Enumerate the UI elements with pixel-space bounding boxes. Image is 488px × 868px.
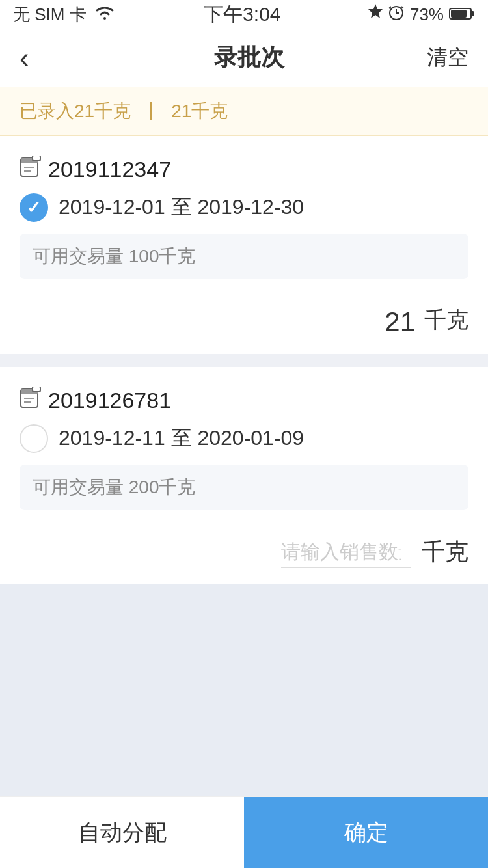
avail-box-2: 可用交易量 200千克	[20, 465, 468, 510]
page-title: 录批次	[214, 42, 284, 74]
batch-date-row-1[interactable]: ✓ 2019-12-01 至 2019-12-30	[20, 193, 468, 222]
batch-card-2: 2019126781 2019-12-11 至 2020-01-09 可用交易量…	[0, 367, 488, 584]
status-bar-left: 无 SIM 卡	[13, 3, 116, 26]
check-icon-1: ✓	[27, 198, 41, 218]
avail-box-1: 可用交易量 100千克	[20, 234, 468, 279]
qty-number-1: 21	[385, 306, 415, 338]
radio-1[interactable]: ✓	[20, 193, 48, 222]
batch-item-2[interactable]: 2019126781 2019-12-11 至 2020-01-09 可用交易量…	[0, 367, 488, 510]
qty-unit-1: 千克	[424, 305, 468, 338]
confirm-button[interactable]: 确定	[244, 797, 488, 868]
wifi-icon	[93, 4, 116, 25]
status-bar: 无 SIM 卡 下午3:04 73%	[0, 0, 488, 29]
svg-line-3	[389, 7, 391, 8]
nav-bar: ‹ 录批次 清空	[0, 29, 488, 87]
battery-icon	[449, 5, 475, 25]
batch-icon-1	[20, 156, 42, 183]
qty-row-2: 千克	[0, 523, 488, 584]
bottom-bar: 自动分配 确定	[0, 796, 488, 868]
qty-input-wrapper-2	[281, 537, 411, 568]
radio-2[interactable]	[20, 424, 48, 453]
clear-button[interactable]: 清空	[427, 44, 468, 72]
batch-item-1[interactable]: 2019112347 ✓ 2019-12-01 至 2019-12-30 可用交…	[0, 136, 488, 279]
batch-id-2: 2019126781	[48, 388, 171, 413]
svg-rect-7	[451, 10, 467, 18]
svg-line-4	[401, 7, 403, 8]
batch-id-row-2: 2019126781	[20, 387, 468, 414]
alarm-icon	[388, 4, 405, 25]
batch-icon-2	[20, 387, 42, 414]
svg-rect-17	[33, 387, 40, 392]
location-icon	[368, 4, 383, 25]
svg-rect-6	[471, 11, 474, 16]
qty-display-1: 21 千克	[0, 292, 488, 338]
info-bar: 已录入21千克 21千克	[0, 87, 488, 136]
qty-unit-2: 千克	[422, 536, 468, 568]
section-separator	[0, 354, 488, 367]
batch-date-2: 2019-12-11 至 2020-01-09	[59, 424, 304, 453]
batch-date-row-2[interactable]: 2019-12-11 至 2020-01-09	[20, 424, 468, 453]
batch-id-row-1: 2019112347	[20, 156, 468, 183]
qty-input-divider-2	[281, 567, 411, 568]
status-bar-right: 73%	[368, 4, 475, 25]
svg-rect-12	[33, 156, 40, 161]
status-bar-time: 下午3:04	[204, 1, 280, 28]
auto-distribute-button[interactable]: 自动分配	[0, 797, 244, 868]
battery-label: 73%	[410, 5, 444, 25]
back-button[interactable]: ‹	[20, 42, 72, 74]
batch-date-1: 2019-12-01 至 2019-12-30	[59, 193, 304, 222]
qty-input-2[interactable]	[281, 537, 411, 564]
sim-label: 无 SIM 卡	[13, 3, 87, 26]
batch-card-1: 2019112347 ✓ 2019-12-01 至 2019-12-30 可用交…	[0, 136, 488, 354]
info-amount: 21千克	[171, 99, 228, 124]
batch-id-1: 2019112347	[48, 157, 171, 182]
info-divider	[150, 102, 152, 120]
recorded-label: 已录入21千克	[20, 99, 131, 124]
